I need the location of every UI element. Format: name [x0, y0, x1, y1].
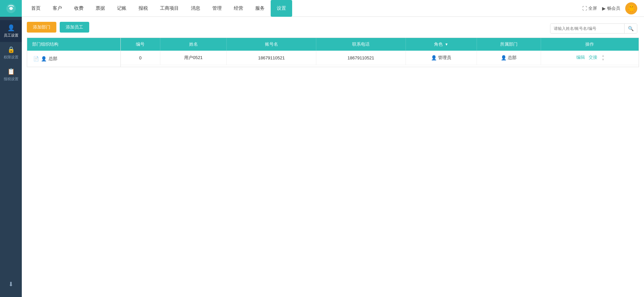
- top-nav: 首页 客户 收费 票据 记账 报税 工商项目 消息 管理 经营 服务 设置 ⛶ …: [0, 0, 644, 17]
- sidebar-label-taxsetting: 报税设置: [4, 77, 18, 82]
- col-id: 编号: [121, 38, 160, 51]
- fullscreen-icon: ⛶: [582, 6, 587, 11]
- sidebar-label-permission: 权限设置: [4, 55, 18, 60]
- search-input[interactable]: [550, 24, 624, 33]
- search-button[interactable]: 🔍: [624, 24, 637, 33]
- nav-customer[interactable]: 客户: [47, 0, 68, 17]
- download-icon: ⬇: [8, 281, 13, 288]
- nav-right: ⛶ 全屏 ▶ 畅会员 🐥: [582, 2, 637, 14]
- nav-items: 首页 客户 收费 票据 记账 报税 工商项目 消息 管理 经营 服务 设置: [25, 0, 582, 17]
- data-table-wrapper: 编号 姓名 账号名 联系电话 角色 ▼ 所属部门 操作: [121, 38, 639, 67]
- col-account: 账号名: [227, 38, 316, 51]
- sidebar: 👤 员工设置 🔒 权限设置 📋 报税设置 ⬇: [0, 17, 22, 297]
- cell-phone: 18679110521: [316, 51, 406, 65]
- nav-business[interactable]: 工商项目: [154, 0, 185, 17]
- user-icon: 👤: [41, 56, 47, 61]
- cell-account: 18679110521: [227, 51, 316, 65]
- sidebar-download-btn[interactable]: ⬇: [7, 277, 15, 292]
- nav-settings[interactable]: 设置: [271, 0, 292, 17]
- dept-user-icon: 👤: [501, 55, 506, 60]
- search-icon: 🔍: [628, 26, 634, 31]
- add-dept-button[interactable]: 添加部门: [27, 22, 56, 33]
- scroll-down-icon[interactable]: ▼: [601, 58, 605, 61]
- sidebar-bottom: ⬇: [7, 277, 15, 297]
- content-area: 添加部门 添加员工 🔍 部门组织结构 📄 👤 总部: [22, 17, 644, 297]
- sidebar-item-employee[interactable]: 👤 员工设置: [0, 20, 22, 42]
- col-dept: 所属部门: [477, 38, 541, 51]
- table-body: 0 用户0521 18679110521 18679110521 👤 管理员: [121, 51, 639, 65]
- dept-label: 总部: [508, 55, 517, 61]
- handover-button[interactable]: 交接: [587, 54, 599, 60]
- nav-message[interactable]: 消息: [185, 0, 206, 17]
- tree-panel: 部门组织结构 📄 👤 总部: [27, 38, 121, 67]
- nav-tax[interactable]: 报税: [132, 0, 154, 17]
- action-bar: 添加部门 添加员工: [27, 22, 639, 33]
- sidebar-item-taxsetting[interactable]: 📋 报税设置: [0, 64, 22, 86]
- cell-dept: 👤 总部: [477, 51, 541, 65]
- sidebar-item-permission[interactable]: 🔒 权限设置: [0, 42, 22, 64]
- nav-manage[interactable]: 管理: [206, 0, 228, 17]
- add-staff-button[interactable]: 添加员工: [60, 22, 89, 33]
- avatar[interactable]: 🐥: [625, 2, 637, 14]
- fullscreen-label: 全屏: [588, 5, 597, 11]
- vip-btn[interactable]: ▶ 畅会员: [602, 5, 620, 11]
- tree-item-headquarters[interactable]: 📄 👤 总部: [31, 54, 117, 63]
- tree-item-label: 总部: [49, 56, 57, 62]
- taxsetting-icon: 📋: [7, 68, 15, 75]
- avatar-icon: 🐥: [627, 4, 636, 12]
- table-layout: 部门组织结构 📄 👤 总部 编号 姓名 账号名: [27, 38, 639, 67]
- nav-service[interactable]: 服务: [249, 0, 271, 17]
- role-label: 管理员: [438, 55, 451, 61]
- col-name: 姓名: [160, 38, 227, 51]
- sidebar-label-employee: 员工设置: [4, 33, 18, 38]
- cell-actions: 编辑 交接 ▲ ▼: [541, 51, 639, 65]
- logo-area: [0, 0, 22, 17]
- cell-id: 0: [121, 51, 160, 65]
- col-role[interactable]: 角色 ▼: [406, 38, 477, 51]
- file-icon: 📄: [33, 56, 39, 61]
- nav-home[interactable]: 首页: [25, 0, 47, 17]
- col-role-label: 角色: [434, 42, 443, 47]
- nav-bookkeeping[interactable]: 记账: [111, 0, 132, 17]
- filter-icon: ▼: [445, 42, 448, 46]
- scroll-up-icon[interactable]: ▲: [601, 54, 605, 57]
- data-table: 编号 姓名 账号名 联系电话 角色 ▼ 所属部门 操作: [121, 38, 639, 65]
- nav-operation[interactable]: 经营: [228, 0, 249, 17]
- col-phone: 联系电话: [316, 38, 406, 51]
- table-row: 0 用户0521 18679110521 18679110521 👤 管理员: [121, 51, 639, 65]
- nav-ticket[interactable]: 票据: [90, 0, 111, 17]
- tree-body: 📄 👤 总部: [27, 51, 120, 67]
- vip-icon: ▶: [602, 6, 606, 11]
- fullscreen-btn[interactable]: ⛶ 全屏: [582, 5, 597, 11]
- cell-role: 👤 管理员: [406, 51, 477, 65]
- nav-fee[interactable]: 收费: [68, 0, 90, 17]
- search-bar: 🔍: [550, 23, 637, 34]
- cell-name: 用户0521: [160, 51, 227, 65]
- col-action: 操作: [541, 38, 639, 51]
- edit-button[interactable]: 编辑: [575, 54, 586, 60]
- tree-header: 部门组织结构: [27, 38, 120, 51]
- employee-icon: 👤: [7, 24, 15, 32]
- table-header-row: 编号 姓名 账号名 联系电话 角色 ▼ 所属部门 操作: [121, 38, 639, 51]
- permission-icon: 🔒: [7, 46, 15, 53]
- role-user-icon: 👤: [431, 55, 437, 60]
- vip-label: 畅会员: [607, 5, 620, 11]
- main-layout: 👤 员工设置 🔒 权限设置 📋 报税设置 ⬇ 添加部门 添加员工 🔍: [0, 17, 644, 297]
